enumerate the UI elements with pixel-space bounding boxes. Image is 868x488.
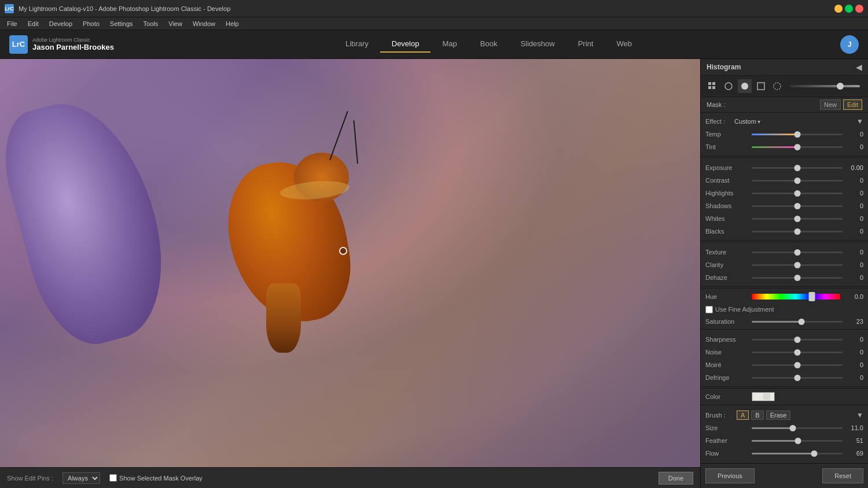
effect-value[interactable]: Custom: [734, 118, 756, 125]
histogram-collapse-button[interactable]: ◀: [856, 62, 862, 72]
flow-slider[interactable]: [752, 453, 843, 454]
previous-button[interactable]: Previous: [705, 468, 755, 483]
menu-view[interactable]: View: [164, 19, 187, 28]
whites-slider[interactable]: [752, 218, 843, 220]
color-swatch[interactable]: [752, 392, 775, 401]
moire-slider[interactable]: [752, 364, 843, 366]
exposure-slider[interactable]: [752, 167, 843, 169]
noise-slider[interactable]: [752, 352, 843, 353]
saturation-thumb[interactable]: [799, 319, 805, 325]
fine-adjustment-label[interactable]: Use Fine Adjustment: [715, 306, 774, 313]
dehaze-thumb[interactable]: [794, 275, 800, 281]
size-slider[interactable]: [752, 427, 843, 429]
histogram-header: Histogram ◀: [701, 59, 868, 76]
brush-erase-button[interactable]: Erase: [766, 411, 791, 420]
crop-tool-icon[interactable]: [705, 79, 719, 93]
hue-value: 0.0: [843, 293, 863, 300]
whites-label: Whites: [705, 215, 752, 222]
blacks-slider[interactable]: [752, 231, 843, 232]
presence-section: Texture 0 Clarity 0 Dehaze 0: [701, 243, 868, 287]
exposure-thumb[interactable]: [794, 165, 800, 171]
moire-row: Moiré 0: [701, 358, 868, 371]
sharpness-slider[interactable]: [752, 339, 843, 341]
whites-thumb[interactable]: [794, 216, 800, 222]
tint-thumb[interactable]: [794, 144, 800, 150]
sharpness-thumb[interactable]: [794, 337, 800, 343]
tab-print[interactable]: Print: [567, 36, 605, 53]
texture-thumb[interactable]: [794, 249, 800, 256]
clarity-thumb[interactable]: [794, 262, 800, 268]
mask-row: Mask : New Edit: [701, 97, 868, 113]
effect-dropdown-icon[interactable]: ▾: [757, 119, 760, 125]
tab-slideshow[interactable]: Slideshow: [509, 36, 566, 53]
menu-settings[interactable]: Settings: [105, 19, 138, 28]
brush-tool-icon[interactable]: [738, 79, 752, 93]
defringe-slider[interactable]: [752, 377, 843, 379]
brush-b-button[interactable]: B: [751, 411, 763, 420]
feather-fill: [752, 440, 798, 442]
size-row: Size 11.0: [701, 422, 868, 434]
clarity-label: Clarity: [705, 261, 752, 268]
menu-photo[interactable]: Photo: [78, 19, 104, 28]
menu-help[interactable]: Help: [221, 19, 244, 28]
menu-file[interactable]: File: [2, 19, 22, 28]
show-selected-mask-overlay-checkbox[interactable]: [109, 474, 117, 482]
tint-slider[interactable]: [752, 146, 843, 148]
blacks-thumb[interactable]: [794, 228, 800, 235]
maximize-button[interactable]: [845, 5, 853, 13]
shadows-thumb[interactable]: [794, 203, 800, 209]
feather-slider[interactable]: [752, 440, 843, 442]
gradient-tool-icon[interactable]: [754, 79, 768, 93]
clarity-slider[interactable]: [752, 264, 843, 266]
highlights-slider[interactable]: [752, 193, 843, 194]
mask-edit-button[interactable]: Edit: [843, 99, 862, 110]
highlights-thumb[interactable]: [794, 190, 800, 197]
temp-slider[interactable]: [752, 134, 843, 135]
hue-slider[interactable]: [752, 294, 840, 300]
show-selected-mask-overlay-label[interactable]: Show Selected Mask Overlay: [119, 475, 203, 482]
brush-a-button[interactable]: A: [737, 411, 749, 420]
radial-tool-icon[interactable]: [770, 79, 784, 93]
texture-slider[interactable]: [752, 252, 843, 253]
tab-library[interactable]: Library: [334, 36, 380, 53]
noise-thumb[interactable]: [794, 349, 800, 356]
brush-pin-marker[interactable]: [339, 247, 347, 255]
tab-map[interactable]: Map: [431, 36, 468, 53]
menu-edit[interactable]: Edit: [23, 19, 43, 28]
menu-tools[interactable]: Tools: [139, 19, 163, 28]
healing-tool-icon[interactable]: [722, 79, 735, 93]
done-button[interactable]: Done: [659, 472, 693, 485]
close-button[interactable]: [855, 5, 863, 13]
menu-develop[interactable]: Develop: [45, 19, 77, 28]
tab-book[interactable]: Book: [469, 36, 509, 53]
feather-thumb[interactable]: [795, 438, 801, 444]
tab-develop[interactable]: Develop: [380, 36, 431, 53]
nav-tabs: Library Develop Map Book Slideshow Print…: [137, 36, 840, 53]
effect-panel-arrow[interactable]: ▼: [856, 117, 863, 125]
minimize-button[interactable]: [834, 5, 843, 13]
temp-thumb[interactable]: [794, 131, 800, 138]
fine-adjustment-checkbox[interactable]: [705, 306, 713, 313]
reset-button[interactable]: Reset: [822, 468, 863, 483]
size-thumb[interactable]: [789, 425, 796, 431]
shadows-slider[interactable]: [752, 205, 843, 207]
contrast-slider[interactable]: [752, 180, 843, 182]
contrast-thumb[interactable]: [794, 178, 800, 184]
dehaze-slider[interactable]: [752, 277, 843, 279]
show-edit-pins-select[interactable]: Always: [62, 472, 100, 484]
brush-panel-arrow[interactable]: ▼: [856, 411, 863, 419]
hue-thumb[interactable]: [809, 292, 815, 301]
menu-window[interactable]: Window: [188, 19, 220, 28]
temp-row: Temp 0: [701, 128, 868, 141]
clarity-value: 0: [843, 261, 863, 268]
show-selected-mask-overlay-wrap: Show Selected Mask Overlay: [109, 474, 203, 482]
user-avatar[interactable]: J: [840, 35, 859, 54]
saturation-slider[interactable]: [752, 321, 843, 323]
flow-thumb[interactable]: [811, 450, 818, 457]
defringe-thumb[interactable]: [794, 375, 800, 381]
tab-web[interactable]: Web: [605, 36, 643, 53]
moire-thumb[interactable]: [794, 362, 800, 368]
mask-new-button[interactable]: New: [820, 99, 841, 110]
tool-exposure-slider[interactable]: [790, 85, 860, 87]
tool-exposure-thumb[interactable]: [837, 83, 844, 90]
